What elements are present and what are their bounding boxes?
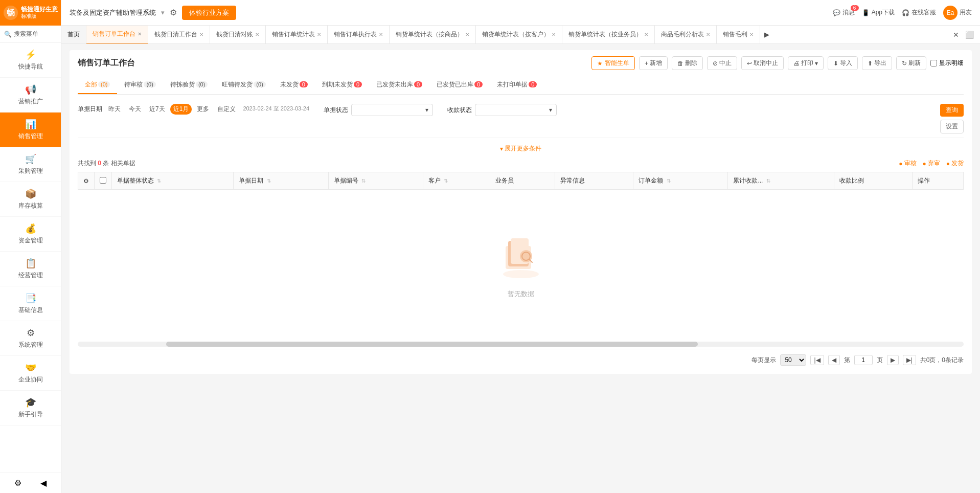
table-container: ⚙ 单据整体状态 ⇅ 单据日期 ⇅ 单据编号 <box>78 172 964 340</box>
sidebar-item-system[interactable]: ⚙ 系统管理 <box>0 321 61 356</box>
print-button[interactable]: 🖨 打印 ▾ <box>788 56 824 70</box>
user-menu-button[interactable]: Ea 用友 <box>943 6 972 20</box>
tab-sales-workbench[interactable]: 销售订单工作台 ✕ <box>86 26 148 44</box>
col-checkbox[interactable] <box>95 172 112 190</box>
sidebar-item-operations[interactable]: 📋 经营管理 <box>0 252 61 286</box>
smart-create-button[interactable]: ★ 智能生单 <box>591 56 635 70</box>
tab-sales-summary-product[interactable]: 销货单统计表（按商品） ✕ <box>390 26 476 44</box>
per-page-select[interactable]: 10 20 50 100 <box>780 354 806 366</box>
export-button[interactable]: ⬆ 导出 <box>862 56 892 70</box>
tab-close-icon[interactable]: ✕ <box>706 32 710 37</box>
date-opt-today[interactable]: 今天 <box>126 104 144 115</box>
tab-close-all-button[interactable]: ✕ <box>951 31 961 39</box>
tab-product-margin[interactable]: 商品毛利分析表 ✕ <box>655 26 717 44</box>
tab-cash-reconcile[interactable]: 钱货日清对账 ✕ <box>210 26 266 44</box>
refresh-button[interactable]: ↻ 刷新 <box>896 56 926 70</box>
chevron-down-icon[interactable]: ▾ <box>161 9 165 16</box>
sidebar-item-purchase[interactable]: 🛒 采购管理 <box>0 147 61 182</box>
service-button[interactable]: 🎧 在线客服 <box>902 8 936 17</box>
sidebar-item-sales[interactable]: 📊 销售管理 <box>0 113 61 147</box>
first-page-button[interactable]: |◀ <box>810 355 824 365</box>
col-settings[interactable]: ⚙ <box>78 172 95 190</box>
sidebar-item-quick-nav[interactable]: ⚡ 快捷导航 <box>0 43 61 78</box>
horizontal-scrollbar[interactable] <box>78 342 964 347</box>
tab-close-icon[interactable]: ✕ <box>644 32 648 37</box>
sub-tab-not-printed[interactable]: 未打印单据0 <box>490 76 544 94</box>
tab-maximize-button[interactable]: ⬜ <box>963 31 976 39</box>
last-page-button[interactable]: ▶| <box>903 355 916 365</box>
search-menu[interactable]: 🔍 搜索菜单 <box>0 26 61 43</box>
collapse-icon[interactable]: ◀ <box>40 478 47 488</box>
sort-icon[interactable]: ⇅ <box>361 178 366 184</box>
select-all-checkbox[interactable] <box>100 177 106 184</box>
tab-more-button[interactable]: ▶ <box>760 31 773 38</box>
tab-close-icon[interactable]: ✕ <box>465 32 469 37</box>
show-detail-input[interactable] <box>930 60 937 66</box>
date-opt-yesterday[interactable]: 昨天 <box>105 104 124 115</box>
tab-home[interactable]: 首页 <box>61 26 86 44</box>
settings-footer-icon[interactable]: ⚙ <box>14 478 21 488</box>
page-input[interactable]: 1 <box>854 355 873 365</box>
tab-close-icon[interactable]: ✕ <box>749 32 754 37</box>
show-detail-checkbox[interactable]: 显示明细 <box>930 59 964 68</box>
settings-button[interactable]: 设置 <box>940 120 964 133</box>
sidebar-item-guide[interactable]: 🎓 新手引导 <box>0 391 61 425</box>
audit-icon: ● <box>899 160 902 167</box>
message-button[interactable]: 💬 6 消息 <box>833 8 855 17</box>
tab-close-icon[interactable]: ✕ <box>317 32 321 37</box>
sidebar-item-marketing[interactable]: 📢 营销推广 <box>0 78 61 113</box>
sidebar-item-inventory[interactable]: 📦 库存核算 <box>0 182 61 217</box>
sub-tab-shipped-not-in[interactable]: 已发货未出库0 <box>369 76 429 94</box>
tab-sales-summary-customer[interactable]: 销货单统计表（按客户） ✕ <box>476 26 562 44</box>
sub-tab-pending-review[interactable]: 待审核(0) <box>117 76 163 94</box>
query-button[interactable]: 查询 <box>940 104 964 117</box>
settings-icon[interactable]: ⚙ <box>170 8 177 17</box>
tab-close-icon[interactable]: ✕ <box>379 32 383 37</box>
tab-cash-daily[interactable]: 钱货日清工作台 ✕ <box>148 26 210 44</box>
tab-sales-gross[interactable]: 销售毛利 ✕ <box>717 26 760 44</box>
app-download-button[interactable]: 📱 App下载 <box>862 8 895 17</box>
sort-icon[interactable]: ⇅ <box>444 178 448 184</box>
stop-button[interactable]: ⊘ 中止 <box>707 56 737 70</box>
sort-icon[interactable]: ⇅ <box>157 178 161 184</box>
payment-select[interactable]: ▾ <box>475 104 557 116</box>
date-opt-1month[interactable]: 近1月 <box>170 104 192 115</box>
sidebar-item-enterprise[interactable]: 🤝 企业协同 <box>0 356 61 391</box>
delete-button[interactable]: 🗑 删除 <box>672 56 703 70</box>
sub-tab-expired-not-shipped[interactable]: 到期未发货0 <box>315 76 369 94</box>
industry-solution-button[interactable]: 体验行业方案 <box>182 6 236 20</box>
scroll-thumb[interactable] <box>166 342 698 347</box>
sub-tab-pending-inspect[interactable]: 待拣验货(0) <box>163 76 215 94</box>
deliver-button[interactable]: ● 发货 <box>946 159 964 168</box>
tab-close-icon[interactable]: ✕ <box>255 32 259 37</box>
sub-tab-shipped-in[interactable]: 已发货已出库0 <box>429 76 490 94</box>
tab-close-icon[interactable]: ✕ <box>138 31 142 37</box>
cancel-stop-button[interactable]: ↩ 取消中止 <box>741 56 784 70</box>
date-opt-more[interactable]: 更多 <box>194 104 212 115</box>
audit-button[interactable]: ● 审核 <box>899 159 916 168</box>
sub-tab-not-shipped[interactable]: 未发货0 <box>273 76 315 94</box>
tab-sales-stat[interactable]: 销售订单统计表 ✕ <box>266 26 328 44</box>
sidebar-item-basic[interactable]: 📑 基础信息 <box>0 286 61 321</box>
tab-close-icon[interactable]: ✕ <box>552 32 556 37</box>
tab-sales-summary-staff[interactable]: 销货单统计表（按业务员） ✕ <box>562 26 655 44</box>
sub-tab-all[interactable]: 全部(0) <box>78 76 117 94</box>
date-opt-custom[interactable]: 自定义 <box>214 104 239 115</box>
next-page-button[interactable]: ▶ <box>887 355 899 365</box>
sub-tab-wangpu[interactable]: 旺铺待发货(0) <box>215 76 272 94</box>
guide-icon: 🎓 <box>25 397 36 408</box>
import-button[interactable]: ⬇ 导入 <box>828 56 858 70</box>
tab-sales-execute[interactable]: 销售订单执行表 ✕ <box>328 26 390 44</box>
sort-icon[interactable]: ⇅ <box>766 178 770 184</box>
date-opt-7days[interactable]: 近7天 <box>146 104 168 115</box>
revoke-button[interactable]: ● 弃审 <box>923 159 940 168</box>
add-button[interactable]: + 新增 <box>639 56 668 70</box>
tab-close-icon[interactable]: ✕ <box>199 32 203 37</box>
prev-page-button[interactable]: ◀ <box>828 355 840 365</box>
status-filter: 单据状态 ▾ <box>324 104 433 116</box>
sort-icon[interactable]: ⇅ <box>667 178 671 184</box>
sidebar-item-finance[interactable]: 💰 资金管理 <box>0 217 61 252</box>
expand-more-button[interactable]: ▾ 展开更多条件 <box>500 144 541 153</box>
status-select[interactable]: ▾ <box>351 104 433 116</box>
sort-icon[interactable]: ⇅ <box>267 178 271 184</box>
